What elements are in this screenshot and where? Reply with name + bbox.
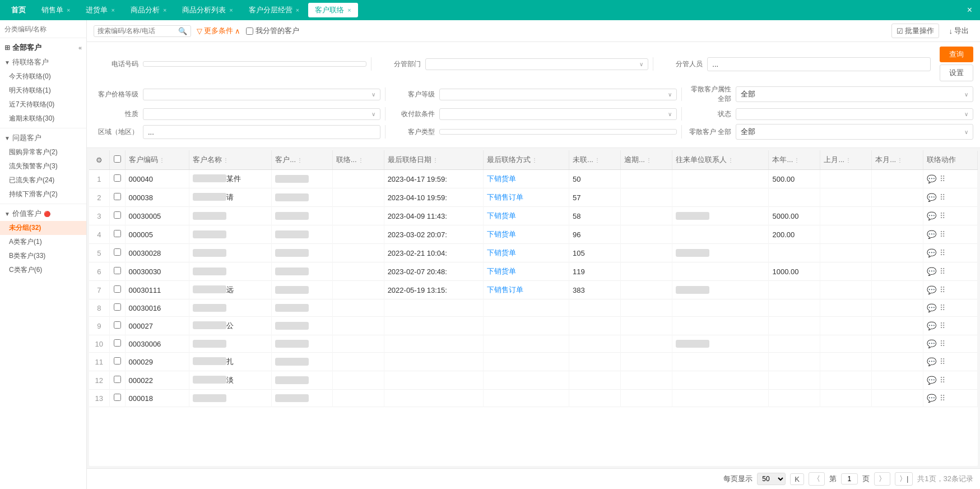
- page-size-select[interactable]: 50 20 100: [757, 473, 786, 485]
- contact-icon[interactable]: 💬: [927, 193, 936, 202]
- row-last-way[interactable]: 下销售订单: [483, 188, 569, 207]
- row-last-way[interactable]: [483, 371, 569, 390]
- select-all-checkbox[interactable]: [114, 155, 121, 163]
- last-way-link[interactable]: 下销货单: [487, 174, 516, 183]
- contact-icon[interactable]: 💬: [927, 248, 936, 257]
- row-select-check[interactable]: [114, 248, 121, 256]
- reset-button[interactable]: 设置: [940, 64, 973, 81]
- filter-customer-type[interactable]: [439, 129, 677, 135]
- last-way-link[interactable]: 下销货单: [487, 267, 516, 275]
- col-contact[interactable]: 联络... ⋮: [332, 150, 384, 170]
- row-last-way[interactable]: 下销货单: [483, 207, 569, 225]
- col-uncontact[interactable]: 未联... ⋮: [569, 150, 621, 170]
- close-product-list-tab[interactable]: ×: [229, 7, 233, 13]
- last-way-link[interactable]: 下销售订单: [487, 193, 523, 201]
- sidebar-group-problem[interactable]: ▼ 问题客户: [0, 131, 86, 145]
- row-last-way[interactable]: [483, 390, 569, 407]
- row-select-check[interactable]: [114, 193, 121, 200]
- contact-icon[interactable]: 💬: [927, 285, 936, 294]
- row-checkbox[interactable]: [109, 225, 125, 244]
- row-last-way[interactable]: 下销货单: [483, 262, 569, 281]
- filter-scatter[interactable]: 全部 ∨: [736, 124, 973, 140]
- sort-icon-uncontact[interactable]: ⋮: [594, 157, 600, 163]
- query-button[interactable]: 查询: [940, 47, 973, 62]
- sidebar-group-value[interactable]: ▼ 价值客户 🔴: [0, 206, 86, 221]
- col-overdue[interactable]: 逾期... ⋮: [621, 150, 672, 170]
- sidebar-item-today[interactable]: 今天待联络(0): [0, 70, 86, 84]
- col-code[interactable]: 客户编码 ⋮: [125, 150, 189, 170]
- contact-icon[interactable]: 💬: [927, 321, 936, 330]
- row-checkbox[interactable]: [109, 281, 125, 299]
- row-last-way[interactable]: 下销售订单: [483, 281, 569, 299]
- row-select-check[interactable]: [114, 230, 121, 237]
- more-icon[interactable]: ⠿: [940, 174, 945, 183]
- contact-icon[interactable]: 💬: [927, 303, 936, 312]
- sort-icon-contact[interactable]: ⋮: [358, 157, 364, 163]
- contact-icon[interactable]: 💬: [927, 357, 936, 366]
- export-button[interactable]: ↓ 导出: [945, 24, 974, 38]
- row-checkbox[interactable]: [109, 353, 125, 371]
- more-icon[interactable]: ⠿: [940, 248, 945, 257]
- row-last-way[interactable]: 下销货单: [483, 244, 569, 262]
- row-select-check[interactable]: [114, 339, 121, 347]
- filter-customer-level[interactable]: ∨: [439, 89, 677, 100]
- page-number-input[interactable]: [841, 473, 858, 485]
- close-customer-tier-tab[interactable]: ×: [296, 7, 299, 13]
- nav-tab-product-analysis[interactable]: 商品分析 ×: [124, 3, 173, 17]
- close-customer-contact-tab[interactable]: ×: [347, 7, 351, 13]
- last-way-link[interactable]: 下销货单: [487, 248, 516, 257]
- nav-home[interactable]: 首页: [4, 3, 32, 17]
- sidebar-item-churned[interactable]: 已流失客户(24): [0, 173, 86, 187]
- more-icon[interactable]: ⠿: [940, 394, 945, 403]
- row-select-check[interactable]: [114, 376, 121, 383]
- col-checkbox[interactable]: [109, 150, 125, 170]
- search-box[interactable]: 🔍: [94, 25, 191, 37]
- sidebar-collapse-arrow[interactable]: «: [78, 44, 82, 51]
- more-icon[interactable]: ⠿: [940, 357, 945, 366]
- category-search-input[interactable]: [4, 25, 87, 33]
- sort-icon-code[interactable]: ⋮: [159, 157, 165, 163]
- more-icon[interactable]: ⠿: [940, 211, 945, 220]
- sidebar-group-pending[interactable]: ▼ 待联络客户: [0, 55, 86, 70]
- contact-icon[interactable]: 💬: [927, 267, 936, 276]
- contact-icon[interactable]: 💬: [927, 394, 936, 403]
- sidebar-search[interactable]: 🔍: [0, 20, 86, 38]
- filter-dept[interactable]: ∨: [425, 58, 649, 70]
- filter-payment[interactable]: ∨: [439, 108, 677, 120]
- search-icon-2[interactable]: 🔍: [178, 27, 187, 35]
- col-this-month[interactable]: 本月... ⋮: [872, 150, 923, 170]
- last-page-button[interactable]: 〉|: [895, 472, 913, 486]
- row-checkbox[interactable]: [109, 299, 125, 317]
- nav-tab-product-list[interactable]: 商品分析列表 ×: [175, 3, 239, 17]
- col-name[interactable]: 客户名称 ⋮: [189, 150, 271, 170]
- filter-scatter-attr[interactable]: 全部 ∨: [736, 86, 973, 102]
- more-icon[interactable]: ⠿: [940, 193, 945, 202]
- filter-status[interactable]: ∨: [736, 108, 973, 120]
- close-product-analysis-tab[interactable]: ×: [163, 7, 166, 13]
- more-icon[interactable]: ⠿: [940, 303, 945, 312]
- row-select-check[interactable]: [114, 394, 121, 401]
- nav-tab-sales[interactable]: 销售单 ×: [35, 3, 77, 17]
- filter-price-level[interactable]: ∨: [143, 89, 380, 100]
- col-gear[interactable]: ⚙: [89, 150, 109, 170]
- more-icon[interactable]: ⠿: [940, 339, 945, 348]
- contact-icon[interactable]: 💬: [927, 174, 936, 183]
- col-partner[interactable]: 往来单位联系人 ⋮: [672, 150, 768, 170]
- row-checkbox[interactable]: [109, 262, 125, 281]
- row-checkbox[interactable]: [109, 335, 125, 353]
- sort-icon-cat[interactable]: ⋮: [297, 157, 303, 163]
- close-sales-tab[interactable]: ×: [67, 7, 70, 13]
- sort-icon-partner[interactable]: ⋮: [728, 157, 733, 163]
- sort-icon-year[interactable]: ⋮: [794, 157, 800, 163]
- last-way-link[interactable]: 下销售订单: [487, 285, 523, 294]
- row-checkbox[interactable]: [109, 371, 125, 390]
- contact-icon[interactable]: 💬: [927, 230, 936, 239]
- row-select-check[interactable]: [114, 211, 121, 219]
- row-last-way[interactable]: [483, 353, 569, 371]
- row-last-way[interactable]: [483, 335, 569, 353]
- row-select-check[interactable]: [114, 303, 121, 311]
- nav-tab-customer-tier[interactable]: 客户分层经营 ×: [242, 3, 306, 17]
- contact-icon[interactable]: 💬: [927, 339, 936, 348]
- row-last-way[interactable]: [483, 317, 569, 335]
- first-page-button[interactable]: K: [790, 473, 804, 485]
